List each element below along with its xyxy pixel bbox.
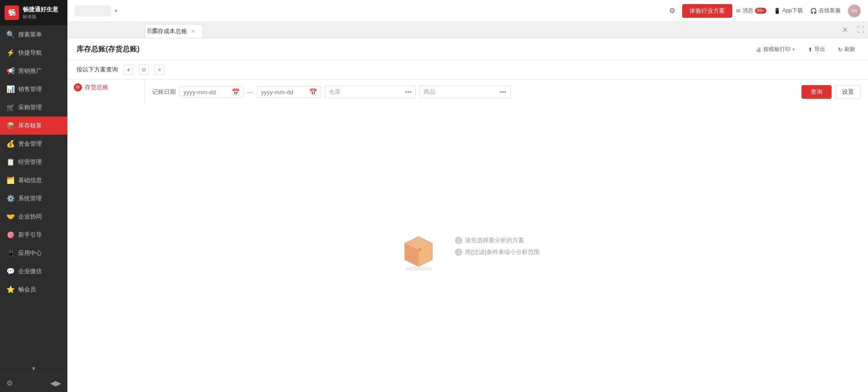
settings-footer-button[interactable]: ⚙ — [6, 379, 13, 387]
sidebar: 畅 畅捷通好生意 标准版 🔍 搜索菜单 ⚡ 快捷导航 📢 营销推广 📊 销售管理… — [0, 0, 67, 392]
product-more-icon[interactable]: ••• — [500, 88, 506, 96]
sidebar-item-enterprise[interactable]: 🤝 企业协同 — [0, 208, 67, 226]
empty-tips: 1 请先选择要分析的方案 2 用[过滤]条件来缩小分析范围 — [455, 236, 539, 260]
settings-button[interactable]: 设置 — [835, 85, 861, 99]
sidebar-menu: 🔍 搜索菜单 ⚡ 快捷导航 📢 营销推广 📊 销售管理 🛒 采购管理 📦 库存核… — [0, 25, 67, 363]
sidebar-footer: ⚙ ◀▶ — [0, 374, 67, 392]
date-end-input[interactable] — [261, 89, 306, 96]
svg-point-5 — [405, 266, 432, 271]
empty-state-inner: ✦ 1 请先选择要分析的方案 2 用[过滤]条件来缩小分析范围 — [396, 225, 539, 271]
sidebar-item-newguide[interactable]: 🎯 新手引导 — [0, 226, 67, 244]
expand-panel-button[interactable]: ⛶ — [853, 26, 868, 34]
sidebar-item-marketing[interactable]: 📢 营销推广 — [0, 62, 67, 80]
corpwechat-icon: 💬 — [6, 267, 15, 275]
sidebar-item-label: 经营管理 — [18, 158, 42, 166]
tab-home-label: 首页 — [147, 27, 158, 35]
basics-icon: 🗂️ — [6, 176, 15, 184]
sidebar-item-system[interactable]: ⚙️ 系统管理 — [0, 189, 67, 208]
logo-char: 畅 — [8, 8, 15, 18]
filter-add-button[interactable]: + — [123, 65, 133, 75]
tab-home[interactable]: 首页 — [140, 24, 165, 38]
tab-close-button[interactable]: × — [190, 28, 196, 35]
sidebar-item-label: 营销推广 — [18, 67, 42, 75]
sidebar-item-finance[interactable]: 💰 资金管理 — [0, 135, 67, 153]
print-button[interactable]: 🖨 按模板打印 ▾ — [752, 44, 799, 55]
logo-main-text: 畅捷通好生意 — [23, 6, 58, 14]
page-header-actions: 🖨 按模板打印 ▾ ⬆ 导出 ↻ 刷新 — [752, 44, 859, 55]
sidebar-scroll-down[interactable]: ▼ — [0, 363, 67, 374]
scheme-item-inventory[interactable]: 存 存货总账 — [67, 80, 144, 95]
filter-query-label: 按以下方案查询 — [77, 66, 118, 74]
date-start-input[interactable] — [184, 89, 229, 96]
tip2-number: 2 — [455, 249, 462, 256]
app-logo: 畅 畅捷通好生意 标准版 — [0, 0, 67, 25]
print-label: 按模板打印 — [763, 46, 791, 53]
query-row: 记账日期 📅 — 📅 仓库 ••• — [145, 80, 868, 104]
refresh-button[interactable]: ↻ 刷新 — [834, 44, 859, 55]
breadcrumb-placeholder — [75, 5, 111, 16]
sidebar-item-inventory[interactable]: 📦 库存核算 — [0, 117, 67, 135]
enterprise-icon: 🤝 — [6, 213, 15, 221]
breadcrumb-chevron[interactable]: ▾ — [115, 8, 117, 14]
filter-bar: 按以下方案查询 + ⊙ « — [67, 60, 868, 80]
page-area: 库存总账(存货总账) 🖨 按模板打印 ▾ ⬆ 导出 ↻ 刷新 — [67, 38, 868, 392]
collapse-icon: « — [158, 66, 161, 73]
sidebar-item-search[interactable]: 🔍 搜索菜单 — [0, 25, 67, 44]
product-filter[interactable]: 商品 ••• — [419, 86, 511, 98]
refresh-icon: ↻ — [838, 46, 842, 53]
sidebar-item-appcenter[interactable]: 📱 应用中心 — [0, 244, 67, 262]
refresh-label: 刷新 — [844, 46, 855, 53]
app-download-button[interactable]: 📱 App下载 — [774, 7, 803, 15]
filter-scheme-button[interactable]: ⊙ — [139, 65, 149, 75]
filter-collapse-button[interactable]: « — [154, 65, 164, 75]
sidebar-item-label: 搜索菜单 — [18, 31, 42, 39]
collapse-sidebar-button[interactable]: ◀▶ — [50, 379, 61, 387]
tip2-text: 用[过滤]条件来缩小分析范围 — [465, 248, 539, 256]
date-start-input-wrap[interactable]: 📅 — [179, 86, 244, 98]
calendar-start-icon[interactable]: 📅 — [232, 88, 240, 96]
sidebar-item-basics[interactable]: 🗂️ 基础信息 — [0, 171, 67, 189]
print-chevron[interactable]: ▾ — [792, 46, 795, 52]
headset-icon: 🎧 — [810, 8, 817, 14]
sidebar-item-operations[interactable]: 📋 经营管理 — [0, 153, 67, 171]
sidebar-item-sales[interactable]: 📊 销售管理 — [0, 80, 67, 98]
warehouse-filter[interactable]: 仓库 ••• — [325, 86, 416, 98]
date-end-input-wrap[interactable]: 📅 — [257, 86, 321, 98]
warehouse-more-icon[interactable]: ••• — [405, 88, 412, 96]
topbar-gear-button[interactable]: ⚙ — [666, 5, 679, 17]
sidebar-item-corpwechat[interactable]: 💬 企业微信 — [0, 262, 67, 280]
logo-badge: 标准版 — [23, 14, 58, 20]
tabbar: 首页 库存成本总账 × ✕ ⛶ — [67, 22, 868, 38]
app-download-label: App下载 — [782, 7, 803, 15]
calendar-end-icon[interactable]: 📅 — [309, 88, 317, 96]
export-button[interactable]: ⬆ 导出 — [804, 44, 829, 55]
print-icon: 🖨 — [756, 46, 761, 53]
date-filter-label: 记账日期 — [152, 88, 176, 96]
query-panel: 按以下方案查询 + ⊙ « 存 存货总账 — [67, 60, 868, 104]
sidebar-item-label: 系统管理 — [18, 194, 42, 203]
sidebar-item-quicknav[interactable]: ⚡ 快捷导航 — [0, 44, 67, 62]
sidebar-item-label: 应用中心 — [18, 249, 42, 257]
online-service-button[interactable]: 🎧 在线客服 — [810, 7, 841, 15]
finance-icon: 💰 — [6, 140, 15, 148]
close-panel-button[interactable]: ✕ — [838, 25, 852, 34]
filter-actions-right: 查询 设置 — [802, 85, 861, 99]
sidebar-item-member[interactable]: ⭐ 畅会员 — [0, 280, 67, 299]
topbar-nav: ▾ — [75, 5, 662, 16]
operations-icon: 📋 — [6, 158, 15, 166]
scheme-item-icon: 存 — [74, 83, 82, 92]
quick-nav-icon: ⚡ — [6, 49, 15, 57]
message-button[interactable]: ✉ 消息 99+ — [736, 7, 766, 15]
user-avatar[interactable]: Rit — [848, 5, 861, 17]
sidebar-item-label: 资金管理 — [18, 140, 42, 148]
sidebar-item-label: 企业协同 — [18, 213, 42, 221]
sidebar-item-label: 快捷导航 — [18, 49, 42, 57]
sidebar-item-label: 基础信息 — [18, 176, 42, 184]
query-button[interactable]: 查询 — [802, 85, 832, 99]
appcenter-icon: 📱 — [6, 249, 15, 257]
marketing-icon: 📢 — [6, 67, 15, 75]
sidebar-item-purchase[interactable]: 🛒 采购管理 — [0, 98, 67, 117]
sidebar-item-label: 销售管理 — [18, 85, 42, 93]
industry-solution-button[interactable]: 体验行业方案 — [682, 4, 732, 18]
member-icon: ⭐ — [6, 285, 15, 294]
